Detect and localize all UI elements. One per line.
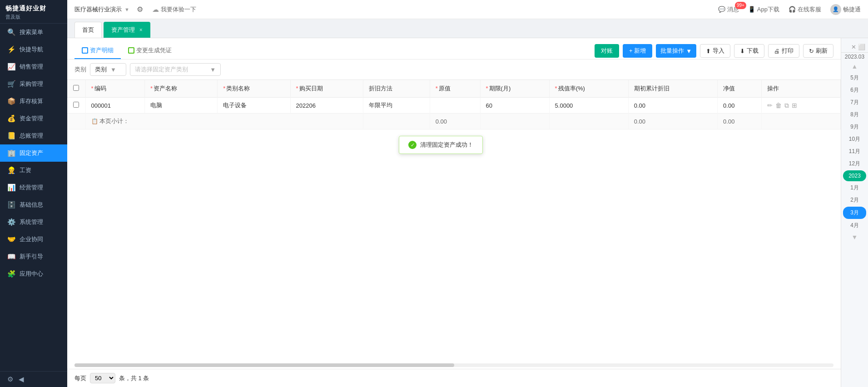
sidebar-item-quicknav[interactable]: ⚡ 快捷导航 xyxy=(0,41,67,58)
filter-label: 类别 xyxy=(74,65,86,74)
filter-type-dropdown-icon: ▼ xyxy=(110,66,116,73)
app-download-btn[interactable]: 📱 App下载 xyxy=(748,5,779,14)
month-item-10[interactable]: 10月 xyxy=(841,133,868,145)
row-checkbox[interactable] xyxy=(73,102,79,108)
sidebar-item-fixed-assets[interactable]: 🏢 固定资产 xyxy=(0,144,67,162)
print-button[interactable]: 🖨 打印 xyxy=(768,44,799,58)
success-check-icon: ✓ xyxy=(408,141,417,149)
month-item-5[interactable]: 5月 xyxy=(841,72,868,84)
app-title: 畅捷通好业财 xyxy=(5,5,46,13)
sidebar-item-sales[interactable]: 📈 销售管理 xyxy=(0,58,67,75)
experience-btn[interactable]: ☁ 我要体验一下 xyxy=(152,5,196,14)
online-service-btn[interactable]: 🎧 在线客服 xyxy=(789,5,821,14)
download-icon: ⬇ xyxy=(740,48,745,55)
sidebar-item-guide[interactable]: 📖 新手引导 xyxy=(0,248,67,265)
month-item-12[interactable]: 12月 xyxy=(841,158,868,170)
sidebar-item-payroll[interactable]: 👷 工资 xyxy=(0,162,67,179)
topbar-right: 💬 消息 99+ 📱 App下载 🎧 在线客服 👤 畅捷通 xyxy=(718,4,861,15)
per-page-label: 每页 xyxy=(74,374,86,382)
sub-tab-asset-detail[interactable]: 资产明细 xyxy=(74,43,121,59)
year-2023-item[interactable]: 2023 xyxy=(843,170,866,181)
row-purchase-date: 202206 xyxy=(290,98,363,114)
subtotal-original: 0.00 xyxy=(430,114,480,129)
sidebar-item-system[interactable]: ⚙️ 系统管理 xyxy=(0,213,67,231)
import-button[interactable]: ⬆ 导入 xyxy=(700,44,730,58)
settings-bottom-icon[interactable]: ⚙ xyxy=(7,375,13,383)
filter-type-select[interactable]: 类别 ▼ xyxy=(90,63,126,76)
sidebar-item-finance[interactable]: 💰 资金管理 xyxy=(0,110,67,127)
refresh-button[interactable]: ↻ 刷新 xyxy=(803,44,833,58)
delete-icon[interactable]: 🗑 xyxy=(775,102,782,109)
new-button[interactable]: + 新增 xyxy=(623,44,652,58)
month-item-11[interactable]: 11月 xyxy=(841,145,868,158)
sidebar-item-enterprise[interactable]: 🤝 企业协同 xyxy=(0,231,67,248)
sidebar-item-basic-info[interactable]: 🗄️ 基础信息 xyxy=(0,196,67,213)
sidebar-item-inventory[interactable]: 📦 库存核算 xyxy=(0,93,67,110)
month-item-2[interactable]: 2月 xyxy=(841,194,868,206)
month-item-1[interactable]: 1月 xyxy=(841,182,868,194)
row-net-value: 0.00 xyxy=(718,98,762,114)
th-purchase-date: *购买日期 xyxy=(290,80,363,98)
import-label: 导入 xyxy=(713,47,724,55)
scroll-down-btn[interactable]: ▼ xyxy=(841,232,868,243)
tab-home[interactable]: 首页 xyxy=(74,22,102,38)
sidebar-item-purchase[interactable]: 🛒 采购管理 xyxy=(0,75,67,93)
sidebar-logo: 畅捷通好业财 普及版 xyxy=(0,0,67,24)
sidebar: 畅捷通好业财 普及版 🔍 搜索菜单 ⚡ 快捷导航 📈 销售管理 🛒 采购管理 📦… xyxy=(0,0,67,387)
topbar: 医疗器械行业演示 ▼ ⚙ ☁ 我要体验一下 💬 消息 99+ 📱 App下载 🎧… xyxy=(67,0,868,19)
filter-area: 类别 类别 ▼ 请选择固定资产类别 ▼ xyxy=(67,60,841,80)
subtotal-checkbox xyxy=(67,114,85,129)
copy-icon[interactable]: ⧉ xyxy=(784,102,789,109)
sidebar-item-label: 搜索菜单 xyxy=(20,28,43,36)
scrollbar-thumb[interactable] xyxy=(74,363,454,367)
quick-nav-icon: ⚡ xyxy=(7,45,16,54)
sidebar-item-label: 企业协同 xyxy=(20,235,43,243)
subtotal-empty4 xyxy=(762,114,841,129)
month-item-8[interactable]: 8月 xyxy=(841,109,868,121)
collapse-icon[interactable]: ◀ xyxy=(19,375,24,383)
sidebar-item-operations[interactable]: 📊 经营管理 xyxy=(0,179,67,196)
table-wrapper: *编码 *资产名称 *类别名称 *购买日期 折旧方法 *原值 *期限(月) *残… xyxy=(67,80,841,363)
reconcile-button[interactable]: 对账 xyxy=(595,44,619,58)
month-item-7[interactable]: 7月 xyxy=(841,96,868,109)
select-all-checkbox[interactable] xyxy=(73,85,79,91)
horizontal-scrollbar[interactable] xyxy=(74,363,833,367)
more-icon[interactable]: ⊞ xyxy=(792,102,797,109)
close-panel-icon[interactable]: ✕ xyxy=(851,44,856,50)
sidebar-item-search[interactable]: 🔍 搜索菜单 xyxy=(0,24,67,41)
subtotal-empty3 xyxy=(549,114,628,129)
messages-btn[interactable]: 💬 消息 99+ xyxy=(718,5,739,14)
filter-category-input[interactable]: 请选择固定资产类别 ▼ xyxy=(130,63,221,76)
search-icon: 🔍 xyxy=(7,28,16,36)
app-subtitle: 普及版 xyxy=(5,14,20,20)
batch-ops-dropdown-icon: ▼ xyxy=(686,48,692,55)
expand-panel-icon[interactable]: ⬜ xyxy=(858,44,865,50)
apps-icon: 🧩 xyxy=(7,270,16,278)
scroll-up-btn[interactable]: ▲ xyxy=(841,61,868,72)
company-selector[interactable]: 医疗器械行业演示 ▼ xyxy=(74,5,129,14)
app-icon: 📱 xyxy=(748,6,755,13)
month-item-3[interactable]: 3月 xyxy=(843,207,866,219)
subtotal-empty2 xyxy=(480,114,549,129)
month-item-9[interactable]: 9月 xyxy=(841,121,868,133)
settings-icon[interactable]: ⚙ xyxy=(137,5,143,14)
sidebar-item-ledger[interactable]: 📒 总账管理 xyxy=(0,127,67,144)
print-icon: 🖨 xyxy=(774,48,780,55)
tab-asset-management[interactable]: 资产管理 × xyxy=(104,22,150,38)
voucher-tab-icon xyxy=(128,47,134,54)
right-panel: ✕ ⬜ 2023.03 ▲ 5月 6月 7月 8月 9月 10月 11月 12月… xyxy=(841,38,868,387)
main-area: 医疗器械行业演示 ▼ ⚙ ☁ 我要体验一下 💬 消息 99+ 📱 App下载 🎧… xyxy=(67,0,868,387)
company-dropdown-icon: ▼ xyxy=(124,7,129,12)
month-item-4[interactable]: 4月 xyxy=(841,219,868,232)
tab-close-icon[interactable]: × xyxy=(139,27,143,33)
user-menu[interactable]: 👤 畅捷通 xyxy=(830,4,861,15)
success-toast: ✓ 清理固定资产成功！ xyxy=(399,136,483,154)
month-item-6[interactable]: 6月 xyxy=(841,84,868,96)
sub-tab-voucher[interactable]: 变更生成凭证 xyxy=(121,43,179,59)
edit-icon[interactable]: ✏ xyxy=(767,102,773,109)
batch-ops-button[interactable]: 批量操作 ▼ xyxy=(656,44,696,58)
sidebar-item-apps[interactable]: 🧩 应用中心 xyxy=(0,265,67,283)
sidebar-item-label: 新手引导 xyxy=(20,253,43,261)
download-button[interactable]: ⬇ 下载 xyxy=(734,44,764,58)
per-page-select[interactable]: 50 100 200 xyxy=(90,373,115,383)
